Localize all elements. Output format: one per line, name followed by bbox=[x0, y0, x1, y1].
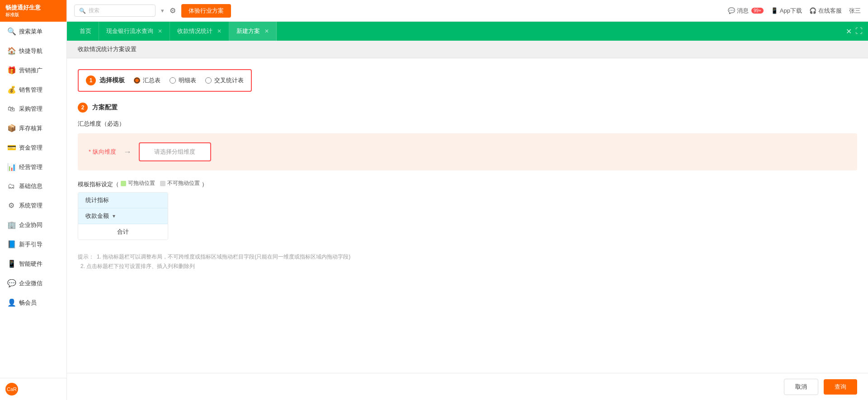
tab-cashflow[interactable]: 现金银行流水查询 ✕ bbox=[99, 22, 170, 41]
vertical-label: * 纵向维度 bbox=[89, 148, 116, 156]
download-button[interactable]: 📱 App下载 bbox=[771, 7, 802, 15]
radio-summary[interactable]: 汇总表 bbox=[134, 76, 160, 85]
user-name[interactable]: 张三 bbox=[849, 7, 861, 15]
message-button[interactable]: 💬 消息 99+ bbox=[728, 7, 764, 15]
tab-home[interactable]: 首页 bbox=[72, 22, 99, 41]
metrics-table-header: 统计指标 bbox=[78, 193, 168, 208]
sidebar-item-guide[interactable]: 📘 新手引导 bbox=[0, 235, 66, 254]
step1-header: 1 选择模板 汇总表 明细表 bbox=[78, 69, 857, 92]
gear-icon[interactable]: ⚙ bbox=[170, 6, 176, 15]
tabbar: 首页 现金银行流水查询 ✕ 收款情况统计 ✕ 新建方案 ✕ ✕ ⛶ bbox=[67, 22, 868, 41]
shopping-icon: 🛍 bbox=[7, 105, 15, 113]
stats-label: 统计指标 bbox=[85, 196, 109, 204]
trial-button[interactable]: 体验行业方案 bbox=[181, 4, 231, 18]
dimension-placeholder: 请选择分组维度 bbox=[154, 148, 195, 156]
movable-tag: 可拖动位置 bbox=[121, 179, 155, 187]
step1-num: 1 bbox=[86, 75, 96, 85]
tab-receipt-stat[interactable]: 收款情况统计 ✕ bbox=[170, 22, 229, 41]
search-placeholder: 搜索 bbox=[89, 7, 99, 14]
dimension-area: * 纵向维度 → 请选择分组维度 bbox=[78, 133, 857, 170]
folder-icon: 🗂 bbox=[7, 182, 15, 190]
sidebar-item-sales[interactable]: 💰 销售管理 bbox=[0, 80, 66, 99]
sidebar-footer: CaR bbox=[0, 378, 66, 400]
user-icon: 👤 bbox=[7, 298, 15, 307]
chevron-down-icon: ▾ bbox=[161, 7, 164, 14]
step2-num: 2 bbox=[78, 103, 88, 113]
service-icon: 🎧 bbox=[809, 7, 816, 14]
metrics-total-row: 合计 bbox=[78, 224, 168, 240]
sidebar-item-basic-info[interactable]: 🗂 基础信息 bbox=[0, 177, 66, 196]
sidebar-item-search-menu[interactable]: 🔍 搜索菜单 bbox=[0, 22, 66, 41]
tips-section: 提示： 1. 拖动标题栏可以调整布局，不可跨维度或指标区域拖动栏目字段(只能在同… bbox=[78, 252, 857, 272]
sidebar-item-purchase[interactable]: 🛍 采购管理 bbox=[0, 99, 66, 118]
avatar: CaR bbox=[5, 383, 18, 395]
radio-detail-input[interactable] bbox=[170, 77, 176, 84]
cancel-button[interactable]: 取消 bbox=[784, 379, 818, 395]
tips-text: 提示： 1. 拖动标题栏可以调整布局，不可跨维度或指标区域拖动栏目字段(只能在同… bbox=[78, 252, 857, 272]
step1-section: 1 选择模板 汇总表 明细表 bbox=[78, 69, 857, 92]
form-card: 1 选择模板 汇总表 明细表 bbox=[67, 58, 868, 373]
sidebar-item-member[interactable]: 👤 畅会员 bbox=[0, 293, 66, 312]
search-box[interactable]: 🔍 搜索 bbox=[74, 5, 156, 17]
maximize-icon[interactable]: ⛶ bbox=[855, 27, 863, 35]
search-menu-icon: 🔍 bbox=[7, 27, 15, 36]
tip2: 2. 点击标题栏下拉可设置排序、插入列和删除列 bbox=[78, 262, 857, 272]
home-icon: 🏠 bbox=[7, 47, 15, 55]
breadcrumb: 收款情况统计方案设置 bbox=[78, 46, 137, 52]
card-icon: 💳 bbox=[7, 143, 15, 152]
topbar: 🔍 搜索 ▾ ⚙ 体验行业方案 💬 消息 99+ 📱 App下载 🎧 在线客服 … bbox=[67, 0, 868, 22]
sidebar-item-marketing[interactable]: 🎁 营销推广 bbox=[0, 61, 66, 80]
step2-title: 方案配置 bbox=[92, 104, 118, 112]
step2-header: 2 方案配置 bbox=[78, 103, 857, 113]
sidebar-item-quick-nav[interactable]: 🏠 快捷导航 bbox=[0, 41, 66, 61]
tab-receipt-close[interactable]: ✕ bbox=[217, 28, 222, 34]
query-button[interactable]: 查询 bbox=[824, 379, 857, 395]
service-button[interactable]: 🎧 在线客服 bbox=[809, 7, 842, 15]
building-icon: 🏢 bbox=[7, 221, 15, 229]
metrics-table: 统计指标 收款金额 ▾ 合计 bbox=[78, 192, 168, 240]
template-radio-group: 汇总表 明细表 交叉统计表 bbox=[134, 76, 244, 85]
config-section: 汇总维度（必选） * 纵向维度 → 请选择分组维度 模板指标设定（ bbox=[78, 120, 857, 272]
tab-cashflow-close[interactable]: ✕ bbox=[158, 28, 162, 34]
metrics-column-label: 收款金额 bbox=[85, 212, 109, 220]
chat-icon: 💬 bbox=[7, 279, 15, 287]
phone-icon: 📱 bbox=[7, 259, 15, 268]
tabbar-actions: ✕ ⛶ bbox=[846, 27, 863, 36]
main: 🔍 搜索 ▾ ⚙ 体验行业方案 💬 消息 99+ 📱 App下载 🎧 在线客服 … bbox=[67, 0, 868, 400]
step2-section: 2 方案配置 汇总维度（必选） * 纵向维度 → 请选择分组维度 bbox=[78, 103, 857, 272]
sidebar-item-weixin[interactable]: 💬 企业微信 bbox=[0, 273, 66, 293]
message-icon: 💬 bbox=[728, 7, 735, 14]
logo: 畅捷通好生意 标准版 bbox=[0, 0, 66, 22]
sidebar-item-system[interactable]: ⚙ 系统管理 bbox=[0, 196, 66, 215]
radio-detail[interactable]: 明细表 bbox=[170, 76, 196, 85]
radio-cross-input[interactable] bbox=[205, 77, 212, 84]
tip1: 提示： 1. 拖动标题栏可以调整布局，不可跨维度或指标区域拖动栏目字段(只能在同… bbox=[78, 252, 857, 262]
close-window-icon[interactable]: ✕ bbox=[846, 27, 852, 36]
metrics-section: 模板指标设定（ 可拖动位置 不可拖动位置 ） bbox=[78, 179, 857, 241]
sidebar-item-enterprise[interactable]: 🏢 企业协同 bbox=[0, 215, 66, 235]
sidebar-item-inventory[interactable]: 📦 库存核算 bbox=[0, 118, 66, 138]
content: 收款情况统计方案设置 1 选择模板 汇总表 bbox=[67, 41, 868, 373]
box-icon: 📦 bbox=[7, 124, 15, 132]
money-icon: 💰 bbox=[7, 85, 15, 94]
tip1-num: 提示： bbox=[78, 252, 94, 262]
radio-cross[interactable]: 交叉统计表 bbox=[205, 76, 244, 85]
template-box: 1 选择模板 汇总表 明细表 bbox=[78, 69, 252, 92]
metrics-title: 模板指标设定（ 可拖动位置 不可拖动位置 ） bbox=[78, 179, 208, 188]
bottom-bar: 取消 查询 bbox=[67, 373, 868, 400]
metrics-column-header[interactable]: 收款金额 ▾ bbox=[78, 208, 168, 224]
sidebar: 畅捷通好生意 标准版 🔍 搜索菜单 🏠 快捷导航 🎁 营销推广 💰 销售管理 🛍… bbox=[0, 0, 67, 400]
dimension-select[interactable]: 请选择分组维度 bbox=[139, 142, 211, 161]
logo-text: 畅捷通好生意 标准版 bbox=[5, 4, 41, 18]
sidebar-item-management[interactable]: 📊 经营管理 bbox=[0, 157, 66, 177]
page-header: 收款情况统计方案设置 bbox=[67, 41, 868, 58]
tab-new-plan[interactable]: 新建方案 ✕ bbox=[229, 22, 277, 41]
settings-icon: ⚙ bbox=[7, 201, 15, 210]
sidebar-item-capital[interactable]: 💳 资金管理 bbox=[0, 138, 66, 157]
message-badge: 99+ bbox=[751, 8, 764, 14]
radio-summary-input[interactable] bbox=[134, 77, 140, 84]
step1-title: 选择模板 bbox=[99, 76, 125, 85]
chevron-down-icon: ▾ bbox=[113, 213, 115, 219]
tab-new-plan-close[interactable]: ✕ bbox=[264, 28, 269, 34]
sidebar-item-hardware[interactable]: 📱 智能硬件 bbox=[0, 254, 66, 273]
